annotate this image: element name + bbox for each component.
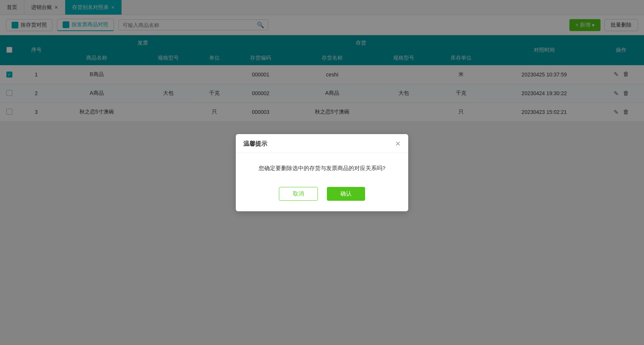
dialog-overlay: 温馨提示 ✕ 您确定要删除选中的存货与发票商品的对应关系吗? 取消 确认 (0, 0, 644, 122)
